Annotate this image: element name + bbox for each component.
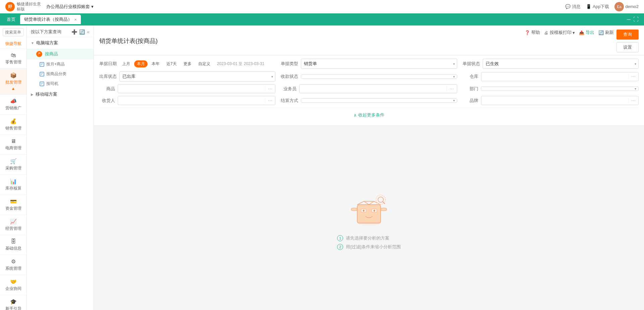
btn-this-month[interactable]: 本月 bbox=[134, 60, 148, 67]
doc-status-label: 单据状态 bbox=[463, 61, 483, 67]
maximize-icon[interactable]: ⛶ bbox=[633, 16, 639, 22]
help-button[interactable]: ❓ 帮助 bbox=[525, 30, 540, 36]
refresh-icon: 🔄 bbox=[598, 30, 604, 35]
sidebar-item-finance[interactable]: 💳 资金管理 bbox=[0, 195, 26, 215]
consignee-text-input[interactable] bbox=[118, 96, 265, 105]
refresh-button[interactable]: 🔄 刷新 bbox=[598, 30, 614, 36]
salesman-text-input[interactable] bbox=[300, 85, 446, 93]
step-2-num: 2 bbox=[337, 244, 343, 250]
btn-last7[interactable]: 近7天 bbox=[164, 60, 179, 67]
add-scheme-button[interactable]: ➕ bbox=[71, 29, 77, 35]
sidebar-item-ecommerce[interactable]: 🖥 电商管理 bbox=[0, 135, 26, 155]
expand-icon: ▲ bbox=[11, 86, 15, 91]
consignee-dots-icon[interactable]: ··· bbox=[265, 98, 275, 104]
brand-dots-icon[interactable]: ··· bbox=[628, 98, 638, 104]
btn-prev-month[interactable]: 上月 bbox=[119, 60, 133, 67]
sidebar-item-wholesale[interactable]: 📦 批发管理 ▲ bbox=[0, 69, 26, 95]
doc-type-select[interactable]: 销货单 ▾ bbox=[301, 59, 457, 69]
empty-step-1: 1 请先选择要分析的方案 bbox=[337, 235, 400, 241]
sidebar-item-marketing[interactable]: 📣 营销推广 bbox=[0, 95, 26, 115]
sidebar-item-quick-nav[interactable]: 快捷导航 bbox=[0, 39, 26, 49]
scheme-panel: 按以下方案查询 ➕ 🔄 « ▼ 电脑端方案 产 按商品 bbox=[27, 25, 94, 310]
out-status-select[interactable]: 已出库 ▾ bbox=[119, 71, 275, 82]
user-menu[interactable]: Ea demo2 bbox=[614, 2, 639, 11]
warehouse-input[interactable]: ··· bbox=[481, 72, 639, 81]
collapse-scheme-icon[interactable]: « bbox=[87, 29, 90, 35]
filter-section: 单据日期 上月 本月 本年 近7天 更多 自定义 bbox=[94, 55, 644, 126]
date-control: 上月 本月 本年 近7天 更多 自定义 2023-03-01 至 2023-03… bbox=[119, 60, 275, 67]
warehouse-label: 仓库 bbox=[463, 73, 481, 80]
filter-salesman: 业务员 ··· bbox=[281, 84, 457, 93]
svg-point-13 bbox=[363, 210, 365, 212]
product-dots-icon[interactable]: ··· bbox=[265, 86, 275, 92]
scheme-sub-item-month-product[interactable]: 按月+商品 bbox=[27, 59, 94, 69]
btn-this-year[interactable]: 本年 bbox=[149, 60, 162, 67]
brand-text-input[interactable] bbox=[481, 96, 628, 105]
sidebar-item-newbie[interactable]: 🎓 新手引导 bbox=[0, 295, 26, 310]
topbar-left: 好 畅捷通好生意 标版 办公用品行业模拟账套 ▾ bbox=[5, 2, 96, 11]
consignee-input[interactable]: ··· bbox=[118, 96, 275, 105]
doc-status-select[interactable]: 已生效 ▾ bbox=[483, 59, 639, 69]
refresh-scheme-icon[interactable]: 🔄 bbox=[79, 29, 85, 35]
sidebar-item-system[interactable]: ⚙ 系统管理 bbox=[0, 255, 26, 275]
receipt-status-select[interactable]: ▾ bbox=[301, 74, 457, 79]
salesman-input[interactable]: ··· bbox=[299, 84, 457, 93]
desktop-group-header[interactable]: ▼ 电脑端方案 bbox=[27, 37, 94, 49]
scheme-sub-label-2: 按商品分类 bbox=[46, 71, 66, 77]
salesman-dots-icon[interactable]: ··· bbox=[446, 86, 457, 92]
mobile-group-arrow: ▶ bbox=[31, 93, 34, 96]
tab-report[interactable]: 销货单统计表（按商品） ✕ bbox=[20, 15, 81, 24]
tab-home[interactable]: 首页 bbox=[3, 15, 19, 24]
consignee-label: 收货人 bbox=[99, 98, 118, 104]
sidebar-item-basic[interactable]: 🗄 基础信息 bbox=[0, 235, 26, 255]
search-input[interactable] bbox=[3, 28, 24, 36]
settlement-select[interactable]: ▾ bbox=[301, 98, 457, 103]
app-download-button[interactable]: 📱 App下载 bbox=[586, 4, 609, 10]
filter-warehouse: 仓库 ··· bbox=[463, 72, 639, 81]
svg-rect-6 bbox=[40, 82, 44, 86]
sidebar-item-operation[interactable]: 📈 经营管理 bbox=[0, 215, 26, 235]
btn-more[interactable]: 更多 bbox=[181, 60, 194, 67]
scheme-sub-icon2 bbox=[40, 72, 44, 76]
warehouse-text-input[interactable] bbox=[481, 72, 628, 81]
sidebar-item-sales[interactable]: 💰 销售管理 bbox=[0, 115, 26, 135]
sidebar-item-enterprise[interactable]: 🤝 企业协同 bbox=[0, 275, 26, 295]
collapse-button[interactable]: ∧ 收起更多条件 bbox=[352, 110, 386, 120]
download-icon: 📱 bbox=[586, 4, 591, 9]
export-icon: 📤 bbox=[579, 30, 584, 35]
product-text-input[interactable] bbox=[118, 85, 265, 93]
btn-custom[interactable]: 自定义 bbox=[196, 60, 213, 67]
inventory-icon: 📊 bbox=[10, 178, 17, 185]
print-arrow-icon[interactable]: ▾ bbox=[573, 30, 575, 35]
brand-input[interactable]: ··· bbox=[481, 96, 639, 105]
sidebar-item-inventory[interactable]: 📊 库存核算 bbox=[0, 175, 26, 195]
dept-select[interactable]: ▾ bbox=[481, 87, 639, 91]
print-button[interactable]: 🖨 按模板打印 bbox=[544, 30, 572, 36]
sidebar-search-area bbox=[0, 25, 26, 39]
out-status-label: 出库状态 bbox=[99, 73, 119, 80]
scheme-sub-item-category[interactable]: 按商品分类 bbox=[27, 69, 94, 79]
scheme-item-by-product[interactable]: 产 按商品 bbox=[27, 49, 94, 59]
out-status-control: 已出库 ▾ bbox=[119, 71, 275, 82]
scheme-sub-icon3 bbox=[40, 82, 44, 86]
workspace-selector[interactable]: 办公用品行业模拟账套 ▾ bbox=[44, 2, 96, 11]
desktop-scheme-group: ▼ 电脑端方案 产 按商品 按月+商品 按商品分类 bbox=[27, 37, 94, 89]
query-button[interactable]: 查询 bbox=[616, 30, 639, 40]
message-button[interactable]: 💬 消息 bbox=[565, 4, 581, 10]
filter-row-2: 出库状态 已出库 ▾ 收款状态 bbox=[99, 71, 639, 82]
date-range-text: 2023-03-01 至 2023-03-31 bbox=[217, 61, 264, 67]
logo-text: 畅捷通好生意 标版 bbox=[17, 2, 41, 11]
sidebar-item-retail[interactable]: 🛍 零售管理 bbox=[0, 49, 26, 69]
sidebar-item-purchase[interactable]: 🛒 采购管理 bbox=[0, 155, 26, 175]
settlement-control: ▾ bbox=[301, 98, 457, 103]
settings-button[interactable]: 设置 bbox=[616, 42, 639, 52]
minimize-icon[interactable]: ─ bbox=[627, 16, 631, 22]
tab-close-icon[interactable]: ✕ bbox=[74, 18, 77, 21]
consignee-control: ··· bbox=[118, 96, 275, 105]
export-button[interactable]: 📤 导出 bbox=[579, 30, 594, 36]
mobile-group-header[interactable]: ▶ 移动端方案 bbox=[27, 89, 94, 100]
product-input[interactable]: ··· bbox=[118, 84, 275, 93]
doc-type-label: 单据类型 bbox=[281, 61, 301, 67]
scheme-sub-item-clerk[interactable]: 按司机 bbox=[27, 79, 94, 89]
warehouse-dots-icon[interactable]: ··· bbox=[628, 73, 638, 80]
